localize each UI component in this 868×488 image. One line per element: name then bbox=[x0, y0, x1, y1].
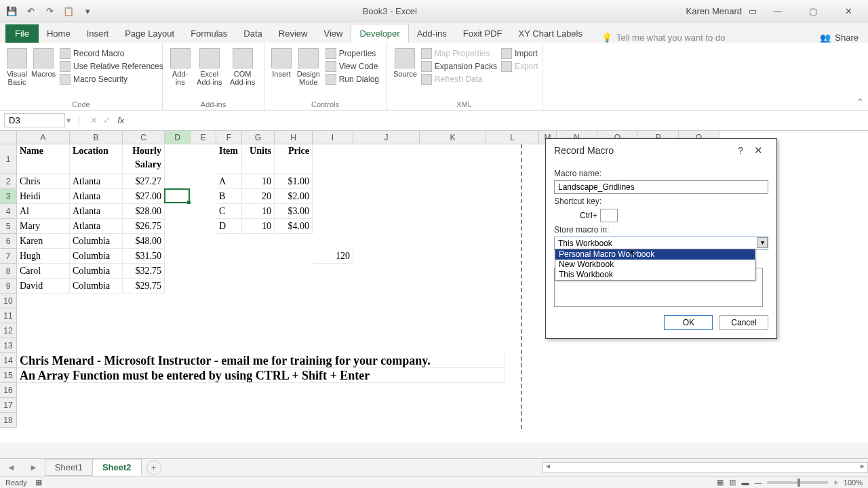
col-header-J[interactable]: J bbox=[353, 131, 420, 144]
cell[interactable]: D bbox=[216, 219, 242, 234]
cell[interactable]: Location bbox=[70, 144, 123, 174]
close-button[interactable]: ✕ bbox=[834, 6, 863, 16]
tab-addins[interactable]: Add-ins bbox=[409, 24, 455, 43]
tab-view[interactable]: View bbox=[315, 24, 351, 43]
properties-button[interactable]: Properties bbox=[326, 48, 379, 59]
col-header-A[interactable]: A bbox=[17, 131, 70, 144]
macro-security-button[interactable]: Macro Security bbox=[60, 74, 163, 85]
row-header-11[interactable]: 11 bbox=[0, 308, 17, 323]
run-dialog-button[interactable]: Run Dialog bbox=[326, 74, 379, 85]
row-header-10[interactable]: 10 bbox=[0, 293, 17, 308]
view-page-break-icon[interactable]: ▬ bbox=[741, 479, 749, 487]
cell[interactable]: $29.75 bbox=[123, 279, 165, 293]
cell[interactable]: $31.50 bbox=[123, 249, 165, 264]
row-header-13[interactable]: 13 bbox=[0, 338, 17, 353]
sheet-nav-prev-icon[interactable]: ◄ bbox=[0, 462, 22, 472]
col-header-L[interactable]: L bbox=[486, 131, 539, 144]
minimize-button[interactable]: — bbox=[764, 6, 792, 16]
com-addins-button[interactable]: COM Add-ins bbox=[228, 45, 257, 86]
tab-developer[interactable]: Developer bbox=[351, 24, 408, 43]
col-header-K[interactable]: K bbox=[420, 131, 486, 144]
tab-home[interactable]: Home bbox=[39, 24, 79, 43]
redo-qat-icon[interactable]: ↷ bbox=[43, 5, 56, 17]
tab-file[interactable]: File bbox=[5, 24, 39, 43]
cell[interactable]: Atlanta bbox=[70, 174, 123, 189]
macro-name-input[interactable] bbox=[554, 180, 768, 194]
row-header-14[interactable]: 14 bbox=[0, 353, 17, 368]
col-header-C[interactable]: C bbox=[123, 131, 165, 144]
tell-me[interactable]: 💡Tell me what you want to do bbox=[601, 33, 725, 43]
new-sheet-button[interactable]: + bbox=[146, 460, 161, 475]
sheet-nav-next-icon[interactable]: ► bbox=[22, 462, 45, 472]
share-button[interactable]: 👥Share bbox=[820, 33, 859, 43]
tab-page-layout[interactable]: Page Layout bbox=[117, 24, 182, 43]
cell[interactable]: 10 bbox=[242, 204, 275, 219]
ribbon-options-icon[interactable]: ▭ bbox=[749, 6, 757, 16]
row-header-15[interactable]: 15 bbox=[0, 368, 17, 383]
col-header-B[interactable]: B bbox=[70, 131, 123, 144]
qat-customize-icon[interactable]: ▾ bbox=[81, 5, 94, 17]
record-macro-button[interactable]: Record Macro bbox=[60, 48, 163, 59]
cell[interactable]: $27.27 bbox=[123, 174, 165, 189]
view-code-button[interactable]: View Code bbox=[326, 61, 379, 72]
relative-refs-button[interactable]: Use Relative References bbox=[60, 61, 163, 72]
cell[interactable]: Karen bbox=[17, 234, 70, 249]
cell[interactable]: 20 bbox=[242, 189, 275, 204]
source-button[interactable]: Source bbox=[393, 45, 417, 78]
cell[interactable]: B bbox=[216, 189, 242, 204]
cell[interactable]: $28.00 bbox=[123, 204, 165, 219]
col-header-E[interactable]: E bbox=[191, 131, 216, 144]
cell[interactable]: $26.75 bbox=[123, 219, 165, 234]
store-macro-selected[interactable]: This Workbook bbox=[554, 237, 768, 250]
zoom-level[interactable]: 100% bbox=[844, 479, 863, 487]
cell[interactable]: $32.75 bbox=[123, 264, 165, 279]
option-personal-workbook[interactable]: Personal Macro Workbook bbox=[555, 249, 755, 260]
row-header-9[interactable]: 9 bbox=[0, 279, 17, 293]
cell[interactable]: Name bbox=[17, 144, 70, 174]
restore-button[interactable]: ▢ bbox=[799, 6, 827, 16]
horizontal-scrollbar[interactable] bbox=[542, 462, 868, 473]
row-header-6[interactable]: 6 bbox=[0, 234, 17, 249]
col-header-H[interactable]: H bbox=[275, 131, 313, 144]
cell[interactable]: Price bbox=[275, 144, 313, 174]
zoom-in-icon[interactable]: + bbox=[833, 479, 837, 487]
excel-addins-button[interactable]: Excel Add-ins bbox=[195, 45, 224, 86]
zoom-out-icon[interactable]: — bbox=[754, 479, 762, 487]
enter-formula-icon[interactable]: ✓ bbox=[103, 115, 111, 125]
name-box[interactable]: D3 bbox=[4, 113, 65, 127]
row-header-4[interactable]: 4 bbox=[0, 204, 17, 219]
row-header-7[interactable]: 7 bbox=[0, 249, 17, 264]
row-header-5[interactable]: 5 bbox=[0, 219, 17, 234]
select-all-corner[interactable] bbox=[0, 131, 17, 144]
cell[interactable]: Carol bbox=[17, 264, 70, 279]
design-mode-button[interactable]: Design Mode bbox=[296, 45, 321, 86]
row-header-8[interactable]: 8 bbox=[0, 264, 17, 279]
cell[interactable]: Atlanta bbox=[70, 204, 123, 219]
cell[interactable]: Heidi bbox=[17, 189, 70, 204]
view-page-layout-icon[interactable]: ▥ bbox=[729, 478, 736, 487]
dialog-close-button[interactable]: ✕ bbox=[749, 144, 768, 157]
col-header-I[interactable]: I bbox=[313, 131, 353, 144]
cell[interactable]: HourlySalary bbox=[123, 144, 165, 174]
insert-control-button[interactable]: Insert bbox=[271, 45, 292, 78]
row-header-1[interactable]: 1 bbox=[0, 144, 17, 174]
view-normal-icon[interactable]: ▦ bbox=[717, 478, 724, 487]
ribbon-collapse-icon[interactable]: ⌃ bbox=[856, 97, 864, 107]
row-header-2[interactable]: 2 bbox=[0, 174, 17, 189]
paste-qat-icon[interactable]: 📋 bbox=[62, 5, 75, 17]
col-header-G[interactable]: G bbox=[242, 131, 275, 144]
sheet-tab-sheet1[interactable]: Sheet1 bbox=[45, 459, 93, 476]
col-header-D[interactable]: D bbox=[165, 131, 191, 144]
cell[interactable]: $3.00 bbox=[275, 204, 313, 219]
cell[interactable]: Columbia bbox=[70, 249, 123, 264]
visual-basic-button[interactable]: Visual Basic bbox=[7, 45, 27, 86]
cell[interactable]: $48.00 bbox=[123, 234, 165, 249]
macros-button[interactable]: Macros bbox=[31, 45, 56, 78]
combo-dropdown-icon[interactable]: ▾ bbox=[757, 237, 768, 248]
cell[interactable]: David bbox=[17, 279, 70, 293]
cell[interactable]: $4.00 bbox=[275, 219, 313, 234]
tab-formulas[interactable]: Formulas bbox=[182, 24, 235, 43]
cell[interactable]: Chris bbox=[17, 174, 70, 189]
row-header-18[interactable]: 18 bbox=[0, 413, 17, 428]
cell[interactable]: Al bbox=[17, 204, 70, 219]
